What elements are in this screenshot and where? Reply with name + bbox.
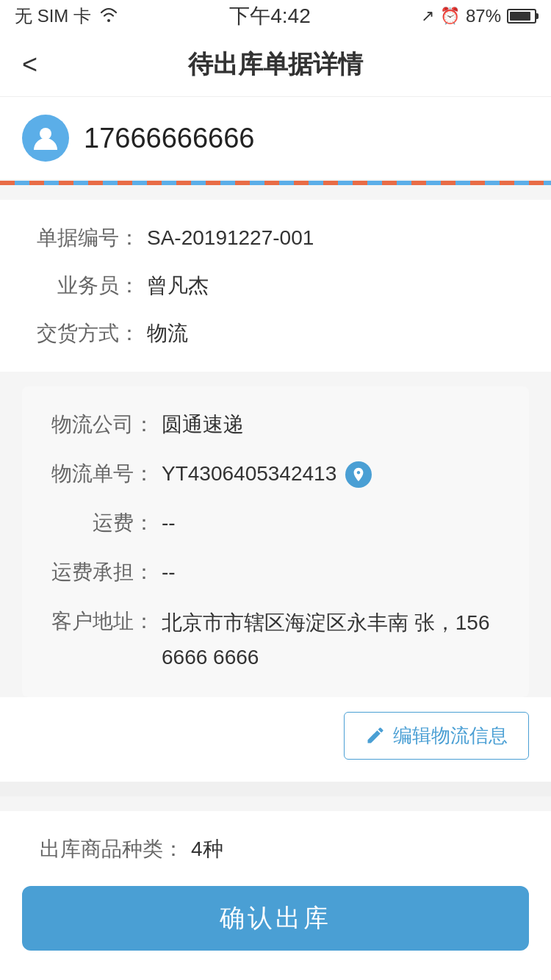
dashed-divider: [0, 181, 551, 185]
doc-no-row: 单据编号： SA-20191227-001: [29, 222, 522, 255]
freight-value: --: [162, 507, 507, 540]
freight-bear-label: 运费承担：: [44, 556, 162, 589]
freight-label: 运费：: [44, 507, 162, 540]
alarm-icon: ⏰: [440, 7, 460, 26]
status-bar: 无 SIM 卡 下午4:42 ↗ ⏰ 87%: [0, 0, 551, 32]
goods-types-label: 出库商品种类：: [29, 833, 191, 866]
separator: [0, 782, 551, 796]
avatar: [22, 115, 69, 162]
page-title: 待出库单据详情: [188, 48, 363, 82]
status-left: 无 SIM 卡: [15, 4, 119, 28]
logistics-tracking-label: 物流单号：: [44, 458, 162, 491]
address-row: 客户地址： 北京市市辖区海淀区永丰南 张，156 6666 6666: [44, 605, 507, 675]
person-icon: [31, 123, 60, 153]
wifi-icon: [98, 6, 119, 26]
logistics-tracking-value: YT43064053424​13: [162, 458, 507, 491]
back-button[interactable]: <: [22, 49, 66, 80]
logistics-company-label: 物流公司：: [44, 408, 162, 442]
salesman-label: 业务员：: [29, 270, 147, 303]
freight-bear-value: --: [162, 556, 507, 589]
bottom-bar: 确认出库: [0, 871, 551, 980]
carrier-label: 无 SIM 卡: [15, 4, 91, 28]
logistics-company-value: 圆通速递: [162, 408, 507, 442]
address-label: 客户地址：: [44, 605, 162, 638]
location-pin-icon[interactable]: [345, 461, 372, 488]
freight-bear-row: 运费承担： --: [44, 556, 507, 589]
edit-logistics-label: 编辑物流信息: [393, 723, 508, 749]
svg-point-0: [40, 128, 51, 140]
edit-icon: [365, 725, 386, 746]
order-info-section: 单据编号： SA-20191227-001 业务员： 曾凡杰 交货方式： 物流: [0, 200, 551, 372]
status-time: 下午4:42: [229, 2, 311, 30]
logistics-tracking-row: 物流单号： YT43064053424​13: [44, 458, 507, 491]
goods-types-row: 出库商品种类： 4种: [29, 833, 522, 866]
battery-icon: [507, 9, 536, 24]
confirm-outbound-button[interactable]: 确认出库: [22, 886, 529, 951]
user-header: 17666666666: [0, 97, 551, 179]
edit-btn-container: 编辑物流信息: [0, 697, 551, 782]
goods-types-value: 4种: [191, 833, 522, 866]
logistics-card: 物流公司： 圆通速递 物流单号： YT43064053424​13 运费： --…: [22, 386, 529, 696]
delivery-value: 物流: [147, 317, 522, 350]
logistics-company-row: 物流公司： 圆通速递: [44, 408, 507, 442]
salesman-row: 业务员： 曾凡杰: [29, 270, 522, 303]
freight-row: 运费： --: [44, 507, 507, 540]
edit-logistics-button[interactable]: 编辑物流信息: [344, 712, 529, 760]
status-right: ↗ ⏰ 87%: [421, 6, 536, 26]
delivery-label: 交货方式：: [29, 317, 147, 350]
nav-bar: < 待出库单据详情: [0, 32, 551, 97]
doc-no-label: 单据编号：: [29, 222, 147, 255]
delivery-row: 交货方式： 物流: [29, 317, 522, 350]
doc-no-value: SA-20191227-001: [147, 222, 522, 255]
address-value: 北京市市辖区海淀区永丰南 张，156 6666 6666: [162, 605, 507, 675]
battery-percent: 87%: [466, 6, 501, 26]
location-icon: ↗: [421, 7, 434, 26]
salesman-value: 曾凡杰: [147, 270, 522, 303]
user-phone: 17666666666: [84, 123, 254, 154]
